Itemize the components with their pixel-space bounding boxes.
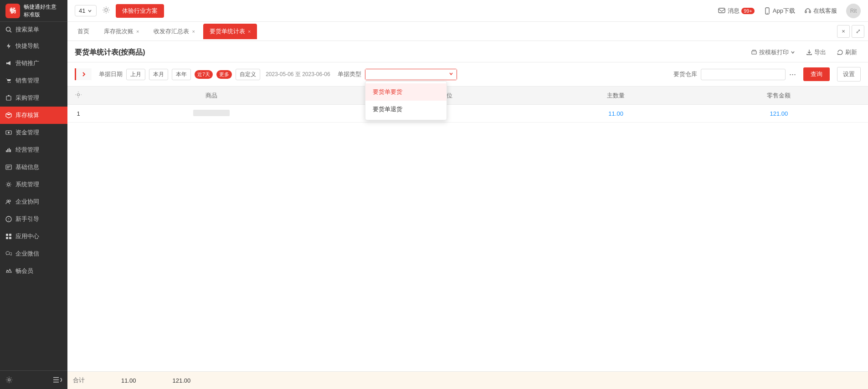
message-count-badge: 99+	[741, 8, 755, 14]
search-menu[interactable]: 搜索菜单	[0, 22, 67, 37]
topbar-left: 41 体验行业方案	[75, 4, 164, 18]
topbar: 41 体验行业方案 消息 99+ App下载 在线客服 R	[67, 0, 868, 22]
tab-close-requisition-stat[interactable]: ×	[248, 29, 251, 34]
megaphone-icon	[5, 60, 12, 67]
table-settings-icon[interactable]	[75, 91, 82, 98]
svg-rect-33	[752, 51, 756, 54]
amount-link[interactable]: 121.00	[770, 110, 788, 117]
svg-rect-20	[9, 234, 11, 236]
main-area: 41 体验行业方案 消息 99+ App下载 在线客服 R	[67, 0, 868, 389]
svg-rect-22	[9, 237, 11, 239]
settings-btn[interactable]	[102, 6, 110, 15]
sidebar-item-guide[interactable]: 新手引导	[0, 210, 67, 228]
sidebar-item-quick-nav[interactable]: 快捷导航	[0, 37, 67, 55]
svg-rect-28	[719, 8, 725, 13]
export-icon	[806, 49, 812, 56]
online-service-btn[interactable]: 在线客服	[804, 7, 837, 15]
sidebar-item-operations[interactable]: 经营管理	[0, 141, 67, 159]
sidebar-settings-btn[interactable]	[5, 376, 13, 384]
tab-requisition-stat[interactable]: 要货单统计表 ×	[203, 24, 257, 39]
footer-amount: 121.00	[173, 377, 191, 384]
tab-close-receive-summary[interactable]: ×	[192, 29, 195, 34]
tab-maximize-btn[interactable]: ⤢	[852, 25, 864, 38]
dropdown-item-requisition-order[interactable]: 要货单要货	[365, 83, 447, 101]
lightning-icon	[5, 43, 12, 49]
date-btn-this-year[interactable]: 本年	[172, 69, 191, 80]
type-input[interactable]	[365, 69, 457, 80]
sidebar-item-inventory[interactable]: 库存核算	[0, 107, 67, 124]
headset-icon	[804, 7, 812, 15]
col-product: 商品	[89, 87, 333, 105]
quantity-link[interactable]: 11.00	[608, 110, 623, 117]
table-row: 1 块 11.00 121.00	[67, 105, 868, 123]
date-btn-this-month[interactable]: 本月	[149, 69, 168, 80]
refresh-btn[interactable]: 刷新	[833, 46, 861, 58]
date-btn-last-month[interactable]: 上月	[126, 69, 145, 80]
svg-line-1	[10, 31, 12, 33]
trial-btn[interactable]: 体验行业方案	[116, 4, 164, 18]
tabbar: 首页 库存批次账 × 收发存汇总表 × 要货单统计表 × × ⤢	[67, 22, 868, 41]
tab-close-inventory-batch[interactable]: ×	[136, 29, 139, 34]
svg-rect-21	[6, 237, 8, 239]
message-btn[interactable]: 消息 99+	[718, 7, 755, 15]
svg-rect-19	[6, 234, 8, 236]
type-input-wrap[interactable]	[365, 69, 457, 80]
tab-close-all-btn[interactable]: ×	[837, 25, 850, 38]
sidebar-nav: 快捷导航 营销推广 销售管理 采购管理 库存核算 资金管理 经营管理 基础信息	[0, 37, 67, 370]
sidebar-item-marketing[interactable]: 营销推广	[0, 55, 67, 72]
dropdown-item-requisition-return[interactable]: 要货单退货	[365, 101, 447, 118]
date-more-badge[interactable]: 更多	[216, 70, 232, 79]
sidebar-item-sales[interactable]: 销售管理	[0, 72, 67, 89]
sidebar-item-cooperation[interactable]: 企业协同	[0, 193, 67, 210]
sidebar-item-vip[interactable]: 畅会员	[0, 262, 67, 280]
app-download-btn[interactable]: App下载	[764, 7, 795, 15]
cell-quantity: 11.00	[542, 105, 689, 123]
sidebar: 畅 畅捷通好生意 标准版 搜索菜单 快捷导航 营销推广 销售管理 采购管理	[0, 0, 67, 389]
setup-btn[interactable]: 设置	[837, 67, 861, 82]
tab-inventory-batch[interactable]: 库存批次账 ×	[98, 24, 145, 39]
store-selector[interactable]: 41	[75, 5, 97, 16]
sidebar-item-wechat[interactable]: 企业微信	[0, 245, 67, 262]
page-actions: 按模板打印 导出 刷新	[747, 46, 861, 58]
settings-icon	[5, 376, 13, 384]
svg-rect-10	[9, 148, 10, 152]
chart-icon	[5, 147, 12, 153]
table-wrap: 商品 主计量单位 主数量 零售金额 1 块 11.00	[67, 87, 868, 371]
query-btn[interactable]: 查询	[803, 67, 830, 81]
sidebar-footer	[0, 370, 67, 389]
data-table: 商品 主计量单位 主数量 零售金额 1 块 11.00	[67, 87, 868, 123]
sidebar-item-system[interactable]: 系统管理	[0, 176, 67, 193]
sidebar-item-finance[interactable]: 资金管理	[0, 124, 67, 141]
col-quantity: 主数量	[542, 87, 689, 105]
date-btn-custom[interactable]: 自定义	[236, 69, 260, 80]
date-range-text: 2023-05-06 至 2023-06-06	[266, 71, 330, 78]
expand-icon[interactable]	[80, 70, 88, 78]
type-dropdown-arrow[interactable]	[448, 71, 454, 78]
tab-receive-summary[interactable]: 收发存汇总表 ×	[147, 24, 201, 39]
table-footer: 合计 11.00 121.00	[67, 371, 868, 389]
app-icon	[5, 233, 12, 240]
date-filter-group: 单据日期 上月 本月 本年 近7天 更多 自定义 2023-05-06 至 20…	[99, 69, 330, 80]
sidebar-collapse-btn[interactable]	[53, 376, 62, 384]
warehouse-input[interactable]	[701, 69, 786, 80]
avatar[interactable]: Rit	[846, 4, 861, 18]
tab-home[interactable]: 首页	[71, 24, 96, 39]
sidebar-item-appstore[interactable]: 应用中心	[0, 228, 67, 245]
logo-area: 畅 畅捷通好生意 标准版	[0, 0, 67, 22]
page-header: 要货单统计表(按商品) 按模板打印 导出 刷新	[67, 41, 868, 62]
svg-point-35	[77, 94, 80, 96]
sidebar-item-basic[interactable]: 基础信息	[0, 159, 67, 176]
purchase-icon	[5, 95, 12, 101]
svg-point-23	[8, 379, 10, 381]
date-btn-recent7[interactable]: 近7天	[195, 70, 213, 79]
guide-icon	[5, 216, 12, 222]
warehouse-more-btn[interactable]: ···	[789, 70, 796, 78]
filter-bar: 单据日期 上月 本月 本年 近7天 更多 自定义 2023-05-06 至 20…	[67, 62, 868, 87]
wechat-icon	[5, 251, 12, 257]
sidebar-item-purchase[interactable]: 采购管理	[0, 89, 67, 107]
print-btn[interactable]: 按模板打印	[747, 46, 799, 58]
svg-point-17	[7, 200, 9, 202]
col-amount: 零售金额	[690, 87, 868, 105]
export-btn[interactable]: 导出	[802, 46, 830, 58]
svg-marker-2	[7, 43, 10, 49]
